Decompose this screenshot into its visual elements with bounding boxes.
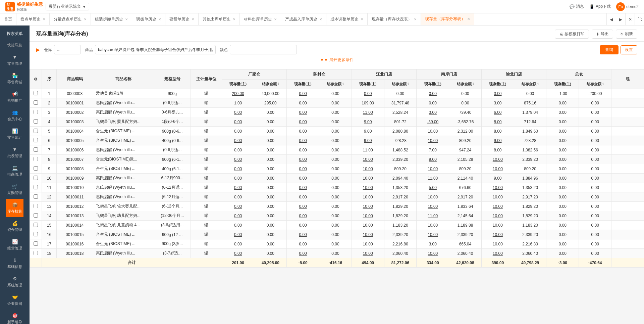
row-yb-qty[interactable]: 9.00 (481, 136, 514, 145)
sidebar-item-1[interactable]: 🏪零售商城 (6, 70, 23, 88)
row-c-qty[interactable]: 0.00 (287, 230, 319, 239)
row-checkbox[interactable] (30, 174, 42, 183)
row-na-qty[interactable]: 10.00 (417, 127, 449, 136)
row-c-qty[interactable]: 0.00 (287, 202, 319, 211)
row-na-qty[interactable]: 11.00 (417, 174, 449, 183)
row-yb-qty[interactable]: 10.00 (481, 155, 514, 164)
tab-close-icon[interactable]: ✕ (274, 17, 277, 21)
sidebar-item-4[interactable]: 📊零售统计 (6, 125, 23, 143)
row-c-qty[interactable]: 0.00 (287, 211, 319, 221)
row-yb-qty[interactable]: 8.00 (481, 117, 514, 127)
row-jb-qty[interactable]: 10.00 (352, 164, 384, 174)
row-checkbox[interactable] (30, 145, 42, 155)
row-jb-qty[interactable]: 10.00 (352, 211, 384, 221)
row-checkbox[interactable] (30, 211, 42, 221)
row-yb-qty[interactable]: 10.00 (481, 239, 514, 249)
row-na-qty[interactable]: 3.00 (417, 108, 449, 117)
tab-close-icon[interactable]: ✕ (158, 17, 161, 21)
tabs-prev-btn[interactable]: ◀ (606, 13, 616, 26)
row-yb-qty[interactable]: 10.00 (481, 230, 514, 239)
tabs-next-btn[interactable]: ▶ (616, 13, 625, 26)
row-f-qty[interactable]: 0.00 (222, 221, 254, 230)
row-jb-qty[interactable]: 9.00 (352, 127, 384, 136)
row-checkbox[interactable] (30, 89, 42, 98)
row-c-qty[interactable]: 0.00 (287, 164, 319, 174)
expand-btn[interactable]: ▼▼ 展开更多条件 (317, 56, 356, 64)
row-c-qty[interactable]: 0.00 (287, 89, 319, 98)
tab-close-icon[interactable]: ✕ (84, 17, 87, 21)
row-yb-qty[interactable]: 10.00 (481, 183, 514, 192)
row-f-qty[interactable]: 0.00 (222, 192, 254, 202)
row-yb-qty[interactable]: 10.00 (481, 164, 514, 174)
sidebar-item-11[interactable]: ℹ基础信息 (6, 254, 23, 273)
row-na-qty[interactable]: 10.00 (417, 249, 449, 258)
row-jb-qty[interactable]: 10.00 (352, 192, 384, 202)
tab-item-8[interactable]: 成本调整单历史✕ (326, 13, 368, 26)
row-na-qty[interactable]: 10.00 (417, 221, 449, 230)
row-yb-qty[interactable]: 10.00 (481, 202, 514, 211)
row-na-qty[interactable]: 10.00 (417, 202, 449, 211)
row-jb-qty[interactable]: 9.00 (352, 117, 384, 127)
row-c-qty[interactable]: 0.00 (287, 174, 319, 183)
tab-item-4[interactable]: 要货单历史✕ (165, 13, 199, 26)
row-jb-qty[interactable]: 0.00 (352, 89, 384, 98)
print-btn[interactable]: 🖨 按模板打印 (555, 30, 589, 39)
company-selector[interactable]: 母婴行业演示陈套 ▼ (46, 3, 89, 10)
row-f-qty[interactable]: 0.00 (222, 117, 254, 127)
row-jb-qty[interactable]: 10.00 (352, 183, 384, 192)
filter-toggle-icon[interactable]: ▶ (36, 47, 40, 52)
goods-input[interactable] (95, 45, 216, 54)
row-checkbox[interactable] (30, 164, 42, 174)
row-yb-qty[interactable]: 8.00 (481, 127, 514, 136)
row-yb-qty[interactable]: 9.00 (481, 174, 514, 183)
row-checkbox[interactable] (30, 230, 42, 239)
row-na-qty[interactable]: 9.00 (417, 155, 449, 164)
sidebar-search[interactable]: 搜索英单 (0, 28, 30, 39)
row-jb-qty[interactable]: 11.00 (352, 145, 384, 155)
row-f-qty[interactable]: 1.00 (222, 98, 254, 108)
tab-home[interactable]: 首页 (0, 13, 16, 26)
row-checkbox[interactable] (30, 155, 42, 164)
row-f-qty[interactable]: 0.00 (222, 230, 254, 239)
sidebar-item-0[interactable]: ▼零售管理 (6, 51, 23, 70)
row-f-qty[interactable]: 0.00 (222, 155, 254, 164)
sidebar-item-10[interactable]: 📈经营管理 (6, 236, 23, 254)
tab-item-9[interactable]: 现存量（库存状况表）✕ (368, 13, 421, 26)
row-c-qty[interactable]: 0.00 (287, 249, 319, 258)
row-na-qty[interactable]: -39.00 (417, 117, 449, 127)
query-btn[interactable]: 查询 (600, 45, 619, 54)
row-yb-qty[interactable]: 8.00 (481, 145, 514, 155)
row-checkbox[interactable] (30, 249, 42, 258)
tab-item-10[interactable]: 现存量（库存分布表）✕ (421, 13, 474, 26)
refresh-btn[interactable]: ↻ 刷新 (616, 30, 637, 39)
sidebar-item-9[interactable]: 💰资金管理 (6, 217, 23, 236)
warehouse-input[interactable] (54, 45, 81, 54)
tab-item-3[interactable]: 调拨单历史✕ (132, 13, 165, 26)
row-checkbox[interactable] (30, 221, 42, 230)
row-f-qty[interactable]: 0.00 (222, 136, 254, 145)
row-na-qty[interactable]: 7.00 (417, 145, 449, 155)
row-jb-qty[interactable]: 10.00 (352, 174, 384, 183)
row-c-qty[interactable]: 0.00 (287, 155, 319, 164)
sidebar-item-6[interactable]: 💻电商管理 (6, 162, 23, 180)
row-c-qty[interactable]: 0.00 (287, 108, 319, 117)
row-c-qty[interactable]: 0.00 (287, 145, 319, 155)
tabs-close-btn[interactable]: ✕ (625, 13, 635, 26)
row-yb-qty[interactable]: 10.00 (481, 221, 514, 230)
row-checkbox[interactable] (30, 108, 42, 117)
row-f-qty[interactable]: 0.00 (222, 183, 254, 192)
row-jb-qty[interactable]: 109.00 (352, 98, 384, 108)
row-checkbox[interactable] (30, 202, 42, 211)
row-checkbox[interactable] (30, 192, 42, 202)
row-c-qty[interactable]: 0.00 (287, 98, 319, 108)
tab-close-icon[interactable]: ✕ (319, 17, 322, 21)
tab-close-icon[interactable]: ✕ (414, 17, 417, 21)
row-f-qty[interactable]: 0.00 (222, 211, 254, 221)
row-jb-qty[interactable]: 10.00 (352, 249, 384, 258)
row-jb-qty[interactable]: 9.00 (352, 136, 384, 145)
row-c-qty[interactable]: 0.00 (287, 136, 319, 145)
row-yb-qty[interactable]: 10.00 (481, 211, 514, 221)
row-c-qty[interactable]: 0.00 (287, 117, 319, 127)
row-jb-qty[interactable]: 11.00 (352, 108, 384, 117)
row-na-qty[interactable]: 10.00 (417, 136, 449, 145)
